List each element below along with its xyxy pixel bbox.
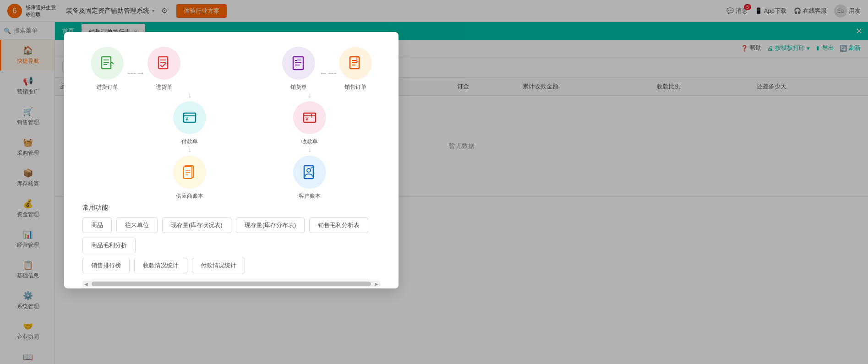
dialog-scrollbar[interactable]: ◀ ▶ xyxy=(82,281,380,287)
common-btns-row2: 销售排行榜 收款情况统计 付款情况统计 xyxy=(82,258,380,273)
common-btns-row1: 商品 往来单位 现存量(库存状况表) 现存量(库存分布表) 销售毛利分析表 商品… xyxy=(82,217,380,253)
btn-receipt-stats[interactable]: 收款情况统计 xyxy=(134,258,187,273)
svg-rect-11 xyxy=(297,59,301,61)
btn-product-profit-analysis[interactable]: 商品毛利分析 xyxy=(82,238,136,253)
arrow-v-down3: ↓ xyxy=(188,146,191,154)
flow-node-customer-ledger[interactable]: 客户账本 xyxy=(293,156,326,200)
flow-node-supplier-ledger[interactable]: 供应商账本 xyxy=(173,156,206,200)
btn-sales-profit-analysis[interactable]: 销售毛利分析表 xyxy=(309,217,368,233)
arrow-h2: ← - - - xyxy=(319,68,335,78)
scroll-right-icon[interactable]: ▶ xyxy=(373,282,380,287)
supplier-ledger-col: ↓ 供应商账本 xyxy=(169,146,210,200)
supplier-ledger-icon xyxy=(173,156,206,189)
supplier-ledger-label: 供应商账本 xyxy=(176,192,203,200)
btn-sales-rank[interactable]: 销售排行榜 xyxy=(82,258,130,273)
customer-ledger-icon xyxy=(293,156,326,189)
purchase-bill-label: 进货单 xyxy=(156,83,172,91)
sales-bill-label: 销货单 xyxy=(290,83,307,91)
btn-stock-distribution[interactable]: 现存量(库存分布表) xyxy=(236,217,305,233)
sales-order-icon xyxy=(339,47,372,80)
svg-text:¥: ¥ xyxy=(305,116,309,122)
purchase-order-icon xyxy=(91,47,124,80)
flow-node-purchase-order[interactable]: 进货订单 xyxy=(91,47,124,91)
btn-payment-stats[interactable]: 付款情况统计 xyxy=(192,258,245,273)
overlay[interactable]: 进货订单 - - - → 进货单 xyxy=(0,0,868,364)
scroll-thumb[interactable] xyxy=(92,282,371,286)
arrow-v-down1: ↓ xyxy=(188,91,191,99)
dialog-content: 进货订单 - - - → 进货单 xyxy=(64,32,399,288)
flow-node-sales-bill[interactable]: 销货单 xyxy=(282,47,315,91)
btn-counterpart[interactable]: 往来单位 xyxy=(116,217,158,233)
receipt-icon: ¥ xyxy=(293,101,326,134)
sales-order-label: 销售订单 xyxy=(344,83,366,91)
common-section: 常用功能 商品 往来单位 现存量(库存状况表) 现存量(库存分布表) 销售毛利分… xyxy=(82,204,380,273)
payment-icon: ¥ xyxy=(173,101,206,134)
arrow-v-down4: ↓ xyxy=(308,146,311,154)
receipt-label: 收款单 xyxy=(301,138,318,146)
flow-diagram: 进货订单 - - - → 进货单 xyxy=(82,47,380,200)
purchase-order-label: 进货订单 xyxy=(96,83,118,91)
svg-point-29 xyxy=(307,168,311,172)
payment-label: 付款单 xyxy=(181,138,198,146)
common-functions-title: 常用功能 xyxy=(82,204,380,212)
scroll-left-icon[interactable]: ◀ xyxy=(82,282,90,287)
arrow-v-down2: ↓ xyxy=(308,91,311,99)
payment-col: ↓ ¥ 付款单 xyxy=(169,91,210,146)
flow-node-receipt[interactable]: ¥ 收款单 xyxy=(293,101,326,146)
arrow-h1: - - - → xyxy=(127,68,144,78)
flow-node-payment[interactable]: ¥ 付款单 xyxy=(173,101,206,146)
btn-stock-status[interactable]: 现存量(库存状况表) xyxy=(162,217,231,233)
svg-text:¥: ¥ xyxy=(185,116,189,122)
dialog: 进货订单 - - - → 进货单 xyxy=(64,32,399,288)
purchase-bill-icon xyxy=(147,47,180,80)
flow-node-purchase-bill[interactable]: 进货单 xyxy=(147,47,180,91)
receipt-col: ↓ ¥ 收款单 xyxy=(289,91,330,146)
btn-product[interactable]: 商品 xyxy=(82,217,112,233)
sales-bill-icon xyxy=(282,47,315,80)
customer-ledger-label: 客户账本 xyxy=(299,192,321,200)
flow-node-sales-order[interactable]: 销售订单 xyxy=(339,47,372,91)
customer-ledger-col: ↓ 客户账本 xyxy=(289,146,330,200)
